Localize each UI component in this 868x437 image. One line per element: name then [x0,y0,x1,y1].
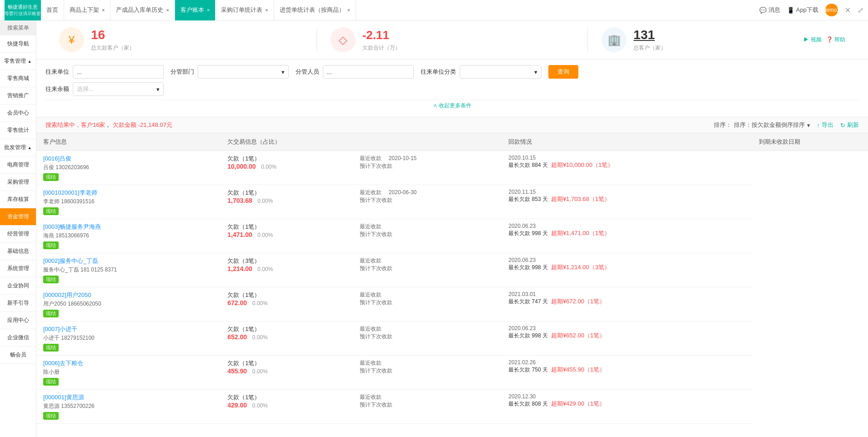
stat-label-owed-customers: 总欠款客户（家） [91,44,135,52]
th-recovery: 回款情况 [502,133,752,151]
debt-amount-7: 429.00 [227,402,247,409]
overdue-days-5: 最长欠款 998 天 [508,332,549,339]
sidebar-item-capital[interactable]: 资金管理 [0,208,36,226]
debt-amount-4: 672.00 [227,299,247,306]
due-date-7: 2020.12.30 [508,393,745,400]
debt-pct-4: 0.00% [252,300,268,306]
overdue-amount-7[interactable]: 超期¥429.00（1笔） [551,400,605,407]
cell-customer-info-4: [000002]用户2050 用户2050 18665062050 现结 [36,287,221,321]
video-link[interactable]: ▶ 视频 [803,36,821,44]
filter-select-dept[interactable]: ▾ [198,65,289,79]
customer-name-2[interactable]: [0003]畅捷服务尹海燕 [43,223,214,231]
cell-customer-info-7: [000001]黄思源 黄思源 13552700226 现结 [36,390,221,424]
sidebar-item-basic_info[interactable]: 基础信息 [0,243,36,260]
tab-product_history[interactable]: 产成品入库单历史× [110,0,175,20]
cell-customer-info-2: [0003]畅捷服务尹海燕 海燕 18513066976 现结 [36,219,221,253]
overdue-amount-2[interactable]: 超期¥1,471.00（1笔） [551,230,610,236]
next-payment-label-6: 预计下次收款 [360,367,495,375]
sidebar-items: 零售管理 ▲零售商城营销推广会员中心零售统计批发管理 ▲电商管理采购管理库存核算… [0,53,36,364]
filter-item-dept: 分管部门 ▾ [171,65,289,79]
sidebar-item-quick-nav[interactable]: 快捷导航 [0,35,36,53]
export-button[interactable]: ↑ 导出 [817,121,834,129]
customer-name-1[interactable]: [0001020001]李老师 [43,189,214,197]
filter-label-person: 分管人员 [296,68,319,76]
sidebar-item-retail_stats[interactable]: 零售统计 [0,122,36,139]
cell-recovery-3: 最近收款 预计下次收款 [353,253,502,287]
due-date-1: 2020.11.15 [508,189,745,195]
cell-due-date-2: 2020.06.23 最长欠款 998 天 超期¥1,471.00（1笔） [502,219,752,253]
sidebar-item-inventory[interactable]: 库存核算 [0,191,36,208]
sidebar-item-members[interactable]: 会员中心 [0,105,36,122]
sidebar-item-purchase[interactable]: 采购管理 [0,174,36,191]
message-button[interactable]: 💬 消息 [759,6,780,14]
filter-select-balance[interactable]: 选择... ▾ [73,82,164,96]
sidebar-item-retail[interactable]: 零售管理 ▲ [0,53,36,70]
overdue-amount-6[interactable]: 超期¥455.90（1笔） [551,366,605,373]
filter-label-balance: 往来余额 [45,85,69,93]
sidebar-item-marketing[interactable]: 营销推广 [0,87,36,105]
customer-name-3[interactable]: [0002]服务中心_丁磊 [43,257,214,265]
help-link[interactable]: ❓ 帮助 [826,36,845,44]
tab-close-customer_account[interactable]: × [207,7,210,13]
sidebar-item-operations[interactable]: 经营管理 [0,226,36,243]
tab-home[interactable]: 首页 [41,0,64,20]
stats-row: ¥ 16 总欠款客户（家） ◇ -2.11 欠款合计（万） 🏢 131 总客户（… [36,20,868,60]
user-profile[interactable]: demo2 [825,4,838,16]
filter-input-unit[interactable]: ... [73,65,164,79]
overdue-amount-1[interactable]: 超期¥1,703.68（1笔） [551,196,610,202]
customer-contact-1: 李老师 18600391516 [43,198,214,206]
filter-item-person: 分管人员 ... [296,65,414,79]
table-row: [0001020001]李老师 李老师 18600391516 现结 欠款（1笔… [36,185,868,219]
filter-input-person-dots: ... [327,69,332,75]
stat-info-3: 131 总客户（家） [633,28,666,52]
query-button[interactable]: 查询 [548,65,578,79]
next-payment-label-1: 预计下次收款 [360,196,495,204]
overdue-amount-4[interactable]: 超期¥672.00（1笔） [551,298,605,305]
latest-payment-label-5: 最近收款 [360,326,381,332]
sidebar-item-newbie[interactable]: 新手引导 [0,295,36,312]
customer-name-4[interactable]: [000002]用户2050 [43,291,214,299]
sidebar-item-ecommerce[interactable]: 电商管理 [0,156,36,174]
sidebar-label-ecommerce: 电商管理 [7,161,29,168]
tab-close-incoming_stats[interactable]: × [347,7,350,13]
latest-payment-label-2: 最近收款 [360,223,381,230]
sidebar-item-retail_mall[interactable]: 零售商城 [0,70,36,87]
overdue-amount-0[interactable]: 超期¥10,000.00（1笔） [551,161,613,168]
refresh-button[interactable]: ↻ 刷新 [840,121,859,129]
tab-close-purchase_order[interactable]: × [265,7,268,13]
filter-input-person[interactable]: ... [323,65,414,79]
sidebar-item-enterprise_wx[interactable]: 企业微信 [0,329,36,347]
sidebar-item-enterprise[interactable]: 企业协同 [0,277,36,295]
tab-products_off[interactable]: 商品上下架× [64,0,110,20]
filter-select-category[interactable]: ▾ [460,65,542,79]
app-download-button[interactable]: 📱 App下载 [787,6,818,14]
customer-name-7[interactable]: [000001]黄思源 [43,393,214,402]
main-layout: 搜索菜单 快捷导航 零售管理 ▲零售商城营销推广会员中心零售统计批发管理 ▲电商… [0,20,868,437]
customer-name-6[interactable]: [0006]去下粮仓 [43,359,214,367]
cell-customer-info-3: [0002]服务中心_丁磊 服务中心_丁磊 181 0125 8371 现结 [36,253,221,287]
arrow-down-category: ▾ [534,69,537,75]
overdue-amount-5[interactable]: 超期¥652.00（1笔） [551,332,605,339]
tab-purchase_order[interactable]: 采购订单统计表× [216,0,274,20]
stat-icon-total: 🏢 [602,27,627,52]
tab-close-product_history[interactable]: × [166,7,169,13]
overdue-amount-3[interactable]: 超期¥1,214.00（3笔） [551,264,610,271]
collapse-filter-bar[interactable]: ∧ 收起更多条件 [45,100,859,111]
close-window-icon[interactable]: ✕ [845,6,851,15]
tab-incoming_stats[interactable]: 进货单统计表（按商品）× [274,0,356,20]
next-payment-label-7: 预计下次收款 [360,401,495,409]
fullscreen-icon[interactable]: ⤢ [858,6,863,15]
sidebar-label-marketing: 营销推广 [7,92,29,99]
customer-name-0[interactable]: [0016]吕俊 [43,155,214,163]
latest-payment-label-7: 最近收款 [360,394,381,400]
customer-name-5[interactable]: [0007]小进千 [43,325,214,333]
sidebar-item-batch_mgmt[interactable]: 批发管理 ▲ [0,139,36,156]
sidebar-item-system[interactable]: 系统管理 [0,260,36,277]
sidebar-item-vip[interactable]: 畅会员 [0,347,36,364]
tab-customer_account[interactable]: 客户账本× [175,0,216,20]
sort-select[interactable]: 排序： 排序：按欠款金额倒序排序 ▾ [714,121,810,129]
debt-pct-2: 0.00% [257,232,273,238]
tab-close-products_off[interactable]: × [102,7,105,13]
sidebar-item-app_center[interactable]: 应用中心 [0,312,36,329]
sidebar-search[interactable]: 搜索菜单 [0,20,36,35]
